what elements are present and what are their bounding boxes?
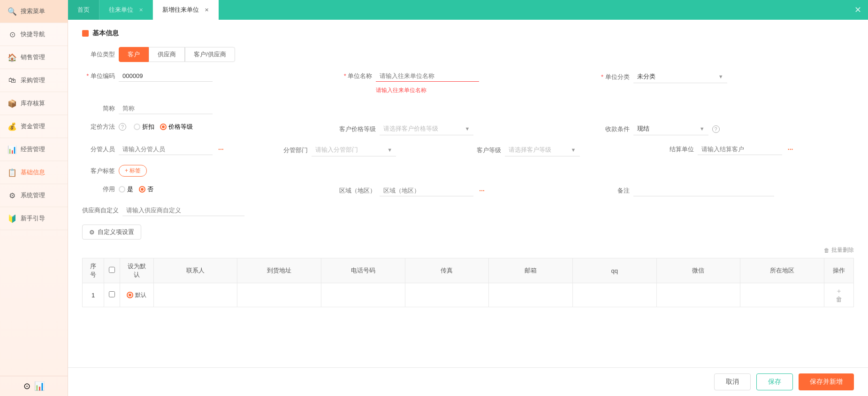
sidebar-item-guide[interactable]: 🔰 新手引导 [0, 207, 68, 230]
tab-new-partner[interactable]: 新增往来单位 ✕ [153, 0, 219, 20]
table-body: 1 默认 [83, 283, 854, 307]
customer-price-level-select[interactable]: 请选择客户价格等级 ▼ [380, 123, 473, 135]
pricing-help-icon[interactable]: ? [119, 123, 126, 131]
guide-icon: 🔰 [8, 214, 17, 223]
manager-input[interactable] [119, 144, 213, 155]
save-button[interactable]: 保存 [756, 373, 793, 390]
tab-partners[interactable]: 往来单位 ✕ [99, 0, 153, 20]
sidebar-item-inventory[interactable]: 📦 库存核算 [0, 92, 68, 115]
row-address[interactable] [237, 283, 321, 307]
settlement-unit-input[interactable] [698, 144, 782, 155]
manager-more-btn[interactable]: ··· [216, 146, 226, 153]
form-row-pricing: 定价方法 ? 折扣 价格等级 客户价格等级 请选择客户价格等级 [82, 123, 854, 135]
row-contact[interactable] [153, 283, 237, 307]
row-checkbox[interactable] [109, 291, 115, 297]
chevron-down-icon5: ▼ [571, 147, 576, 153]
customer-level-select[interactable]: 请选择客户等级 ▼ [505, 144, 580, 156]
disabled-label: 停用 [82, 185, 115, 194]
supplier-custom-input[interactable] [122, 205, 244, 216]
dept-select[interactable]: 请输入分管部门 ▼ [312, 144, 396, 156]
payment-terms-select[interactable]: 现结 ▼ [633, 123, 708, 135]
batch-delete-button[interactable]: 🗑 批量删除 [824, 246, 854, 254]
disabled-radio-yes[interactable]: 是 [119, 185, 133, 194]
sidebar-bottom-icon1[interactable]: ⊙ [23, 381, 30, 391]
settlement-more-btn[interactable]: ··· [786, 146, 795, 153]
window-close-button[interactable]: ✕ [854, 5, 861, 15]
row-default-radio[interactable]: 默认 [125, 291, 149, 299]
wechat-input[interactable] [662, 292, 736, 299]
chevron-down-icon4: ▼ [387, 147, 392, 153]
short-name-label: 简称 [82, 104, 115, 113]
row-email[interactable] [489, 283, 573, 307]
tab-bar: 首页 往来单位 ✕ 新增往来单位 ✕ ✕ [68, 0, 868, 20]
sidebar-item-basic[interactable]: 📋 基础信息 [0, 161, 68, 184]
region-input[interactable] [380, 185, 473, 196]
form-row-disabled: 停用 是 否 区域（地区） ··· 备注 [82, 185, 854, 196]
customer-tag-label: 客户标签 [82, 167, 115, 175]
row-region[interactable] [740, 283, 824, 307]
row-wechat[interactable] [656, 283, 740, 307]
form-content: 基本信息 单位类型 客户 供应商 客户/供应商 单位编码 单位名称 [68, 20, 868, 367]
type-btn-supplier[interactable]: 供应商 [149, 47, 185, 62]
type-btn-both[interactable]: 客户/供应商 [185, 47, 235, 62]
sidebar-item-finance[interactable]: 💰 资金管理 [0, 115, 68, 138]
table-select-all[interactable] [109, 267, 115, 273]
type-btn-customer[interactable]: 客户 [119, 47, 149, 62]
sidebar-bottom-icon2[interactable]: 📊 [34, 381, 45, 391]
custom-settings-button[interactable]: ⚙ 自定义项设置 [82, 225, 141, 240]
purchase-icon: 🛍 [8, 76, 17, 85]
row-delete-btn[interactable]: 🗑 [834, 295, 844, 303]
tab-home[interactable]: 首页 [68, 0, 99, 20]
unit-category-value: 未分类 [637, 72, 655, 81]
row-region-input[interactable] [745, 292, 819, 299]
col-index: 序号 [83, 258, 104, 283]
fax-input[interactable] [410, 292, 484, 299]
sidebar-item-system[interactable]: ⚙ 系统管理 [0, 184, 68, 207]
unit-category-select[interactable]: 未分类 ▼ [633, 70, 727, 83]
radio-circle-level [160, 124, 167, 130]
sidebar-item-purchase[interactable]: 🛍 采购管理 [0, 69, 68, 92]
tab-new-partner-close[interactable]: ✕ [205, 7, 209, 13]
pricing-radio-discount[interactable]: 折扣 [134, 123, 154, 131]
cancel-button[interactable]: 取消 [714, 373, 751, 390]
sidebar-item-operations[interactable]: 📊 经营管理 [0, 138, 68, 161]
tab-partners-close[interactable]: ✕ [139, 7, 143, 13]
row-fax[interactable] [405, 283, 489, 307]
col-email: 邮箱 [489, 258, 573, 283]
payment-terms-label: 收款条件 [597, 125, 630, 133]
home-icon: ⊙ [8, 30, 17, 39]
form-item-dept: 分管部门 请输入分管部门 ▼ [275, 144, 468, 156]
payment-help-icon[interactable]: ? [712, 125, 720, 133]
pricing-method-label: 定价方法 [82, 123, 115, 131]
delete-icon: 🗑 [824, 247, 830, 254]
note-input[interactable] [633, 185, 774, 196]
row-phone[interactable] [321, 283, 405, 307]
contact-input[interactable] [159, 292, 233, 299]
pricing-radio-level[interactable]: 价格等级 [160, 123, 193, 131]
radio-yes [119, 186, 125, 193]
sidebar-item-sales[interactable]: 🏠 销售管理 [0, 46, 68, 69]
contacts-table: 序号 设为默认 联系人 到货地址 电话号码 传真 邮箱 qq 微信 所在地区 操… [82, 258, 854, 307]
sidebar-item-quicknav[interactable]: ⊙ 快捷导航 [0, 23, 68, 46]
address-input[interactable] [242, 292, 316, 299]
tag-add-button[interactable]: + 标签 [119, 165, 147, 177]
disabled-radio-no[interactable]: 否 [139, 185, 153, 194]
phone-input[interactable] [326, 292, 400, 299]
save-add-button[interactable]: 保存并新增 [799, 373, 854, 390]
form-row-unit-type: 单位类型 客户 供应商 客户/供应商 [82, 47, 854, 62]
row-qq[interactable] [572, 283, 656, 307]
short-name-input[interactable] [119, 103, 213, 114]
region-more-btn[interactable]: ··· [477, 187, 487, 194]
disabled-radio-group: 是 否 [119, 185, 153, 194]
unit-name-input[interactable] [376, 70, 479, 82]
form-item-unit-category: 单位分类 未分类 ▼ [597, 70, 854, 83]
radio-no [139, 186, 145, 193]
email-input[interactable] [494, 292, 568, 299]
qq-input[interactable] [578, 292, 652, 299]
table-actions: 🗑 批量删除 [82, 246, 854, 254]
table-header: 序号 设为默认 联系人 到货地址 电话号码 传真 邮箱 qq 微信 所在地区 操… [83, 258, 854, 283]
row-add-btn[interactable]: ＋ [834, 287, 844, 295]
col-qq: qq [572, 258, 656, 283]
sidebar-item-search[interactable]: 🔍 搜索菜单 [0, 0, 68, 23]
unit-code-input[interactable] [119, 70, 213, 82]
